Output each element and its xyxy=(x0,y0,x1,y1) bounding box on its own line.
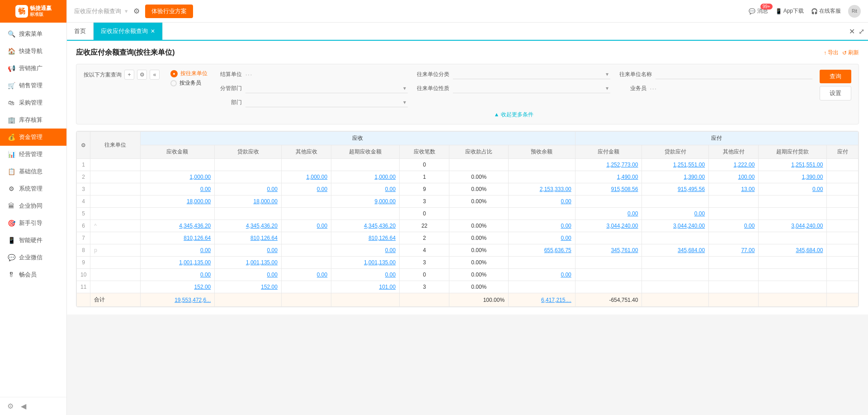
message-button[interactable]: 💬 消息 99+ xyxy=(749,7,768,15)
app-download-link[interactable]: 📱 App下载 xyxy=(775,7,804,15)
service-label: 在线客服 xyxy=(819,7,841,15)
sidebar-item-member[interactable]: 🎖 畅会员 xyxy=(0,266,66,283)
enterprise-icon: 🏛 xyxy=(7,202,15,210)
sidebar-item-label: 企业微信 xyxy=(19,253,42,262)
message-icon: 💬 xyxy=(749,8,755,14)
sidebar-item-marketing[interactable]: 📢 营销推广 xyxy=(0,60,66,77)
sidebar-item-search[interactable]: 🔍 搜索菜单 xyxy=(0,25,66,43)
system-icon: ⚙ xyxy=(7,185,15,192)
sidebar-item-label: 搜索菜单 xyxy=(19,30,42,38)
scheme-radio-2 xyxy=(170,80,177,86)
sidebar-item-label: 企业协同 xyxy=(19,202,42,210)
scheme-icon: ● xyxy=(170,70,178,77)
logo-sub: 标准版 xyxy=(30,11,52,18)
service-link[interactable]: 🎧 在线客服 xyxy=(811,7,841,15)
sidebar-item-guide[interactable]: 🎯 新手引导 xyxy=(0,215,66,232)
col-ysje: 应收金额 xyxy=(140,145,215,159)
table-row: 418,000.0018,000.009,000.0030.00%0.00 xyxy=(77,196,859,208)
filter-select-2[interactable]: ▾ xyxy=(453,70,610,79)
col-cqysje: 超期应收金额 xyxy=(331,145,400,159)
sidebar-item-hardware[interactable]: 📱 智能硬件 xyxy=(0,232,66,249)
filter-grid: 结算单位 ··· 往来单位分类 ▾ 往来单 xyxy=(215,70,812,107)
tab-bar: 首页 应收应付余额查询 ✕ ✕ ⤢ xyxy=(67,23,868,41)
table-row: 500.000.00 xyxy=(77,208,859,220)
scheme-option-unit[interactable]: ● 按往来单位 xyxy=(170,70,208,77)
member-icon: 🎖 xyxy=(7,271,15,278)
table-row: 11152.00152.00101.0030.00% xyxy=(77,281,859,293)
solution-button[interactable]: 体验行业方案 xyxy=(145,5,193,18)
col-qtyf: 其他应付 xyxy=(709,145,759,159)
settings-button[interactable]: 设置 xyxy=(820,86,851,100)
tab-close-icon[interactable]: ✕ xyxy=(151,28,155,34)
sidebar-item-label: 库存核算 xyxy=(19,116,42,124)
page-actions: ↑ 导出 ↺ 刷新 xyxy=(824,49,859,57)
add-scheme-button[interactable]: + xyxy=(124,70,134,80)
total-ysbs xyxy=(400,293,449,307)
total-ysje[interactable]: 19,553,472,6... xyxy=(140,293,215,307)
tab-close-all-icon[interactable]: ✕ xyxy=(849,27,855,36)
sidebar-item-enterprise[interactable]: 🏛 企业协同 xyxy=(0,197,66,215)
sidebar-item-operation[interactable]: 📊 经营管理 xyxy=(0,146,66,163)
breadcrumb-arrow-icon[interactable]: ▾ xyxy=(125,8,128,14)
collapse-scheme-button[interactable]: « xyxy=(150,70,160,80)
tab-home[interactable]: 首页 xyxy=(67,23,94,40)
tab-expand-icon[interactable]: ⤢ xyxy=(859,27,864,36)
chevron-up-icon: ▲ xyxy=(494,111,499,118)
sidebar-item-inventory[interactable]: 🏢 库存核算 xyxy=(0,111,66,129)
sidebar-item-label: 经营管理 xyxy=(19,150,42,158)
sidebar-item-finance[interactable]: 💰 资金管理 xyxy=(0,129,66,146)
sidebar-settings-icon[interactable]: ⚙ xyxy=(7,402,14,410)
total-ysye[interactable]: 6,417,215.... xyxy=(509,293,576,307)
filter-dots-1[interactable]: ··· xyxy=(245,72,253,78)
sidebar-item-wechat[interactable]: 💬 企业微信 xyxy=(0,249,66,266)
sidebar-item-basicinfo[interactable]: 📋 基础信息 xyxy=(0,163,66,180)
sidebar-item-purchase[interactable]: 🛍 采购管理 xyxy=(0,94,66,111)
col-header-unit: 往来单位 xyxy=(90,132,140,159)
edit-scheme-button[interactable]: ⚙ xyxy=(137,70,147,80)
col-yf: 应付 xyxy=(827,145,859,159)
table-row: 91,001,135.001,001,135.001,001,135.0030.… xyxy=(77,257,859,269)
home-icon: 🏠 xyxy=(7,48,15,55)
filter-select-7[interactable]: ▾ xyxy=(245,98,408,107)
export-label: 导出 xyxy=(828,49,839,57)
filter-input-3[interactable] xyxy=(656,70,812,79)
total-qtys xyxy=(281,293,331,307)
operation-icon: 📊 xyxy=(7,151,15,158)
tab-ar-ap[interactable]: 应收应付余额查询 ✕ xyxy=(94,23,163,40)
scheme-label-1: 按往来单位 xyxy=(180,70,208,77)
filter-more-btn[interactable]: ▲ 收起更多条件 xyxy=(215,111,812,119)
scheme-option-staff[interactable]: 按业务员 xyxy=(170,79,208,87)
filter-label-4: 分管部门 xyxy=(215,85,242,92)
header-right: 💬 消息 99+ 📱 App下载 🎧 在线客服 Rit xyxy=(749,5,861,18)
col-yfje: 应付金额 xyxy=(575,145,642,159)
total-yfje: -654,751.40 xyxy=(575,293,642,307)
header-gear-icon[interactable]: ⚙ xyxy=(133,7,140,15)
total-yf xyxy=(827,293,859,307)
filter-row-5: 往来单位性质 ▾ xyxy=(417,84,610,93)
sidebar-item-system[interactable]: ⚙ 系统管理 xyxy=(0,180,66,197)
avatar[interactable]: Rit xyxy=(848,5,861,18)
query-button[interactable]: 查询 xyxy=(820,70,851,83)
filter-label-7: 部门 xyxy=(215,99,242,106)
export-icon: ↑ xyxy=(824,50,826,56)
sidebar-item-label: 营销推广 xyxy=(19,64,42,72)
col-ysbs: 应收笔数 xyxy=(400,145,449,159)
sidebar-collapse-icon[interactable]: ◀ xyxy=(21,402,26,410)
sidebar-nav: 🔍 搜索菜单 🏠 快捷导航 📢 营销推广 🛒 销售管理 🛍 采购管理 🏢 库存核… xyxy=(0,23,66,397)
chevron-down-icon-2: ▾ xyxy=(606,71,609,77)
filter-select-5[interactable]: ▾ xyxy=(453,84,610,93)
total-empty-1 xyxy=(77,293,90,307)
refresh-button[interactable]: ↺ 刷新 xyxy=(842,49,859,57)
sidebar-item-label: 基础信息 xyxy=(19,167,42,176)
table-container: ⚙ 往来单位 应收 应付 应收金额 贷款应收 其他应收 超期应收金额 应收笔数 … xyxy=(76,131,859,307)
scheme-options: ● 按往来单位 按业务员 xyxy=(170,70,208,87)
table-gear-th[interactable]: ⚙ xyxy=(77,132,90,159)
filter-row-7: 部门 ▾ xyxy=(215,98,408,107)
export-button[interactable]: ↑ 导出 xyxy=(824,49,839,57)
filter-select-4[interactable]: ▾ xyxy=(245,84,408,93)
sidebar-item-sales[interactable]: 🛒 销售管理 xyxy=(0,77,66,94)
total-dkyf xyxy=(642,293,709,307)
filter-dots-6[interactable]: ··· xyxy=(650,86,657,92)
sidebar-item-quicknav[interactable]: 🏠 快捷导航 xyxy=(0,43,66,60)
sidebar-item-label: 新手引导 xyxy=(19,219,42,227)
